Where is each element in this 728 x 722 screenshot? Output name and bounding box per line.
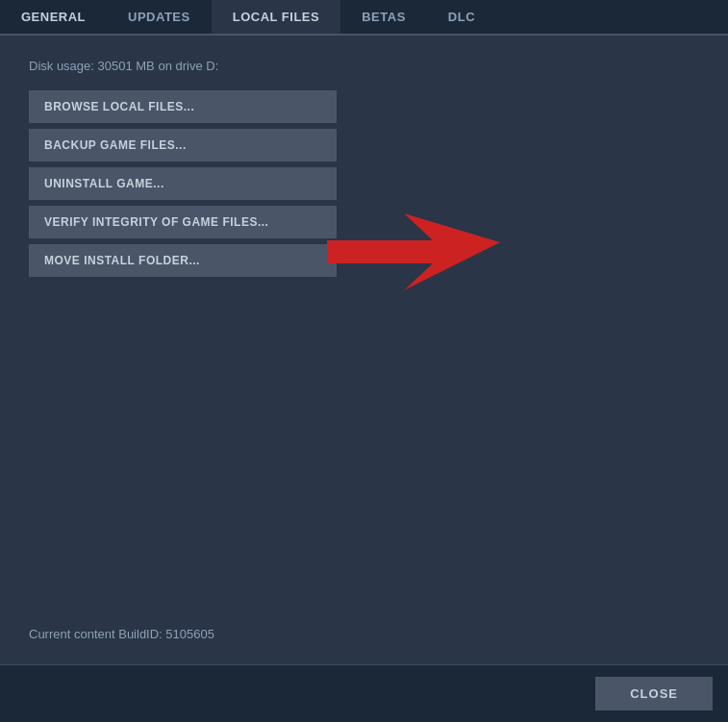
- backup-game-files-button[interactable]: BACKUP GAME FILES...: [29, 129, 337, 162]
- uninstall-game-button[interactable]: UNINSTALL GAME...: [29, 167, 337, 200]
- arrow-annotation: [327, 213, 500, 300]
- tab-content-local-files: Disk usage: 30501 MB on drive D: BROWSE …: [0, 36, 728, 664]
- verify-integrity-button[interactable]: VERIFY INTEGRITY OF GAME FILES...: [29, 206, 337, 238]
- action-buttons-list: BROWSE LOCAL FILES... BACKUP GAME FILES.…: [29, 90, 337, 277]
- tab-updates[interactable]: UPDATES: [107, 0, 212, 34]
- close-button[interactable]: CLOSE: [595, 677, 713, 710]
- svg-marker-0: [327, 213, 500, 290]
- tab-general[interactable]: GENERAL: [0, 0, 107, 34]
- build-id-label: Current content BuildID: 5105605: [29, 627, 214, 641]
- tab-betas[interactable]: BETAS: [340, 0, 427, 34]
- steam-properties-window: GENERAL UPDATES LOCAL FILES BETAS DLC Di…: [0, 0, 728, 722]
- browse-local-files-button[interactable]: BROWSE LOCAL FILES...: [29, 90, 337, 123]
- tab-dlc[interactable]: DLC: [427, 0, 496, 34]
- footer: CLOSE: [0, 664, 728, 722]
- move-install-folder-button[interactable]: MOVE INSTALL FOLDER...: [29, 244, 337, 277]
- disk-usage-label: Disk usage: 30501 MB on drive D:: [29, 59, 699, 73]
- tab-bar: GENERAL UPDATES LOCAL FILES BETAS DLC: [0, 0, 728, 36]
- tab-local-files[interactable]: LOCAL FILES: [212, 0, 340, 34]
